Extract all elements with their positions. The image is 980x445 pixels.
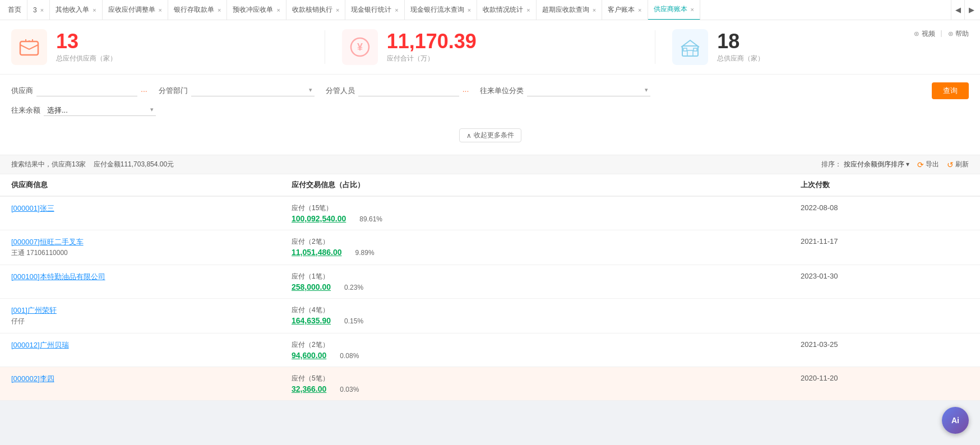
- last-pay-4: 2021-03-25: [801, 340, 969, 349]
- svg-rect-8: [683, 48, 687, 51]
- nav-arrow-right[interactable]: ▶: [964, 0, 978, 20]
- person-more-btn[interactable]: ···: [463, 86, 469, 95]
- tx-row-1: 11,051,486.00 9.89%: [292, 247, 801, 257]
- nav-tab-cash-flow[interactable]: 现金银行流水查询 ×: [405, 0, 477, 20]
- close-tab-bank[interactable]: ×: [218, 7, 221, 13]
- supplier-link-0[interactable]: [000001]张三: [11, 203, 292, 214]
- refresh-btn[interactable]: ↺ 刷新: [947, 160, 969, 169]
- last-pay-5: 2020-11-20: [801, 374, 969, 382]
- nav-tab-collect-stat[interactable]: 收款情况统计 ×: [477, 0, 536, 20]
- summary-info-amount: 11,170.39 应付合计（万）: [387, 31, 477, 63]
- store-icon: [672, 29, 708, 65]
- supplier-count-label: 总应付供应商（家）: [56, 54, 117, 63]
- nav-tab-cash-stat[interactable]: 现金银行统计 ×: [345, 0, 404, 20]
- category-select[interactable]: [527, 85, 650, 96]
- tx-percent-5: 0.03%: [340, 386, 359, 393]
- nav-arrows: ◀ ▶: [951, 0, 978, 20]
- tx-label-3: 应付（4笔）: [292, 305, 801, 315]
- close-tab-cash-flow[interactable]: ×: [468, 7, 471, 13]
- nav-tab-supplier-book[interactable]: 供应商账本 ×: [648, 0, 700, 20]
- tx-label-4: 应付（2笔）: [292, 340, 801, 350]
- last-pay-1: 2021-11-17: [801, 237, 969, 245]
- video-link[interactable]: ⊙ 视频: [914, 29, 935, 39]
- summary-section: 13 总应付供应商（家） ¥ 11,170.39 应付合计（万）: [0, 20, 980, 75]
- close-tab-adjust[interactable]: ×: [159, 7, 162, 13]
- tx-percent-4: 0.08%: [340, 352, 359, 360]
- supplier-info-3: [001]广州荣轩 仔仔: [11, 305, 292, 326]
- tx-amount-4[interactable]: 94,600.00: [292, 351, 326, 360]
- result-actions: 排序： 按应付余额倒序排序 ▾ ⟳ 导出 ↺ 刷新: [821, 160, 969, 169]
- nav-tab-3[interactable]: 3 ×: [27, 0, 50, 20]
- nav-tab-adjust[interactable]: 应收应付调整单 ×: [103, 0, 168, 20]
- supplier-sub-1: 王通 17106110000: [11, 248, 292, 258]
- close-tab-3[interactable]: ×: [40, 7, 44, 13]
- export-btn[interactable]: ⟳ 导出: [917, 160, 939, 169]
- nav-arrow-left[interactable]: ◀: [951, 0, 964, 20]
- top-links: ⊙ 视频 | ⊙ 帮助: [914, 29, 969, 39]
- supplier-link-2[interactable]: [000100]本特勤油品有限公司: [11, 272, 292, 282]
- supplier-sub-3: 仔仔: [11, 317, 292, 326]
- svg-rect-7: [687, 50, 693, 56]
- dept-select[interactable]: [191, 85, 315, 96]
- nav-tab-overdue[interactable]: 超期应收款查询 ×: [537, 0, 602, 20]
- supplier-link-4[interactable]: [000012]广州贝瑞: [11, 340, 292, 350]
- close-tab-other-income[interactable]: ×: [93, 7, 96, 13]
- col-header-tx: 应付交易信息（占比）: [292, 180, 801, 190]
- supplier-info-5: [000002]李四: [11, 374, 292, 384]
- tx-amount-0[interactable]: 100,092,540.00: [292, 214, 346, 223]
- nav-tab-prepay[interactable]: 预收冲应收单 ×: [227, 0, 286, 20]
- filter-category: 往来单位分类: [480, 85, 650, 96]
- table-row: [000002]李四 应付（5笔） 32,366.00 0.03% 2020-1…: [0, 367, 980, 401]
- tx-label-5: 应付（5笔）: [292, 374, 801, 383]
- nav-tab-other-income[interactable]: 其他收入单 ×: [50, 0, 102, 20]
- video-icon: ⊙: [914, 30, 919, 38]
- sort-value[interactable]: 按应付余额倒序排序: [844, 160, 904, 168]
- tx-amount-3[interactable]: 164,635.90: [292, 316, 331, 325]
- export-icon: ⟳: [917, 160, 924, 169]
- supplier-info-2: [000100]本特勤油品有限公司: [11, 272, 292, 282]
- tx-info-4: 应付（2笔） 94,600.00 0.08%: [292, 340, 801, 360]
- table-row: [000007]恒旺二手叉车 王通 17106110000 应付（2笔） 11,…: [0, 230, 980, 265]
- balance-dropdown-wrap: 选择...: [44, 105, 156, 116]
- tx-info-3: 应付（4笔） 164,635.90 0.15%: [292, 305, 801, 325]
- balance-select[interactable]: 选择...: [44, 105, 156, 116]
- supplier-icon: [11, 29, 47, 65]
- nav-tab-home[interactable]: 首页: [2, 0, 27, 20]
- tx-info-2: 应付（1笔） 258,000.00 0.23%: [292, 272, 801, 291]
- collapse-filter-btn[interactable]: ∧ 收起更多条件: [459, 128, 521, 142]
- tx-amount-5[interactable]: 32,366.00: [292, 384, 326, 393]
- svg-text:¥: ¥: [357, 41, 363, 53]
- tx-row-5: 32,366.00 0.03%: [292, 383, 801, 393]
- close-tab-overdue[interactable]: ×: [593, 7, 596, 13]
- refresh-icon: ↺: [947, 160, 954, 169]
- supplier-input[interactable]: [36, 85, 137, 96]
- filter-balance: 往来余额 选择...: [11, 105, 156, 116]
- last-pay-0: 2022-08-08: [801, 203, 969, 212]
- close-tab-prepay[interactable]: ×: [276, 7, 280, 13]
- close-tab-cash-stat[interactable]: ×: [395, 7, 398, 13]
- supplier-link-5[interactable]: [000002]李四: [11, 374, 292, 384]
- close-tab-supplier-book[interactable]: ×: [691, 6, 694, 13]
- tx-percent-0: 89.61%: [359, 215, 382, 223]
- supplier-info-1: [000007]恒旺二手叉车 王通 17106110000: [11, 237, 292, 258]
- close-tab-customer-book[interactable]: ×: [638, 7, 641, 13]
- category-filter-label: 往来单位分类: [480, 86, 524, 96]
- tx-amount-2[interactable]: 258,000.00: [292, 282, 331, 291]
- filter-supplier: 供应商 ···: [11, 85, 147, 96]
- supplier-link-3[interactable]: [001]广州荣轩: [11, 305, 292, 316]
- nav-tab-customer-book[interactable]: 客户账本 ×: [602, 0, 648, 20]
- separator: |: [941, 29, 942, 39]
- supplier-more-btn[interactable]: ···: [141, 86, 147, 95]
- supplier-link-1[interactable]: [000007]恒旺二手叉车: [11, 237, 292, 247]
- nav-tab-bank[interactable]: 银行存取款单 ×: [168, 0, 227, 20]
- nav-tab-collect-exec[interactable]: 收款核销执行 ×: [286, 0, 345, 20]
- dept-dropdown-wrap: [191, 85, 315, 96]
- close-tab-collect-stat[interactable]: ×: [526, 7, 530, 13]
- dept-filter-label: 分管部门: [159, 86, 188, 96]
- tx-amount-1[interactable]: 11,051,486.00: [292, 248, 342, 257]
- help-link[interactable]: ⊙ 帮助: [948, 29, 969, 39]
- query-button[interactable]: 查询: [932, 82, 969, 99]
- close-tab-collect-exec[interactable]: ×: [336, 7, 339, 13]
- person-input[interactable]: [358, 85, 459, 96]
- divider-2: [655, 30, 655, 64]
